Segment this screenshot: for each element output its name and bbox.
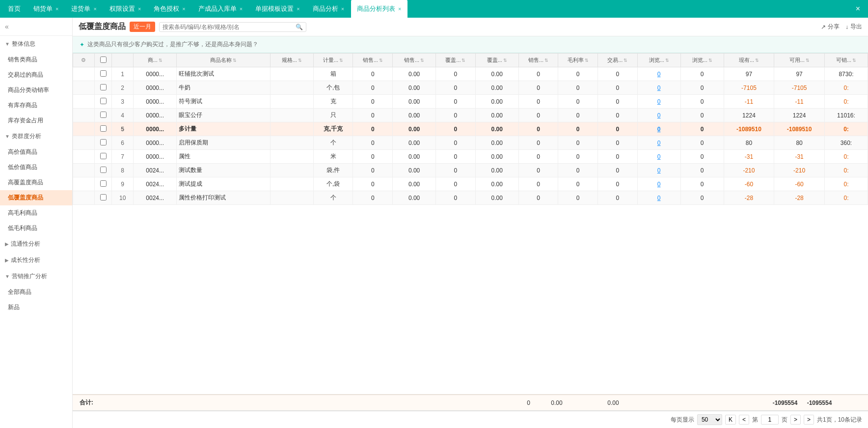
sidebar-item-low-margin[interactable]: 低毛利商品 bbox=[0, 221, 72, 236]
sidebar-item-sales-goods[interactable]: 销售类商品 bbox=[0, 52, 72, 67]
col-browse2[interactable]: 浏览...⇅ bbox=[680, 54, 724, 67]
col-cover1[interactable]: 覆盖...⇅ bbox=[436, 54, 476, 67]
date-filter-button[interactable]: 近一月 bbox=[130, 22, 155, 32]
col-current-stock[interactable]: 现有...⇅ bbox=[724, 54, 774, 67]
prev-page-button[interactable]: < bbox=[739, 415, 749, 425]
nav-home[interactable]: 首页 bbox=[2, 0, 27, 18]
next-page-button[interactable]: > bbox=[790, 415, 801, 425]
cell-cover2: 0.00 bbox=[475, 150, 518, 164]
close-icon[interactable]: × bbox=[138, 6, 141, 12]
sidebar-item-inventory-capital[interactable]: 库存资金占用 bbox=[0, 113, 72, 128]
sidebar-section-liquidity[interactable]: ▶ 流通性分析 bbox=[0, 236, 72, 252]
col-spec[interactable]: 规格...⇅ bbox=[270, 54, 313, 67]
close-icon[interactable]: × bbox=[240, 6, 243, 12]
col-browse1[interactable]: 浏览...⇅ bbox=[637, 54, 680, 67]
close-icon[interactable]: × bbox=[297, 6, 299, 12]
sidebar-item-high-coverage[interactable]: 高覆盖度商品 bbox=[0, 175, 72, 190]
share-button[interactable]: ↗ 分享 bbox=[821, 23, 840, 31]
settings-icon[interactable]: ⚙ bbox=[81, 57, 86, 63]
cell-checkbox[interactable] bbox=[94, 109, 111, 122]
col-settings[interactable]: ⚙ bbox=[73, 54, 95, 67]
page-label-before: 第 bbox=[752, 416, 758, 424]
sidebar-collapse-button[interactable]: « bbox=[3, 22, 11, 31]
cell-checkbox[interactable] bbox=[94, 122, 111, 136]
window-close-button[interactable]: × bbox=[850, 4, 866, 13]
sidebar-item-low-value[interactable]: 低价值商品 bbox=[0, 160, 72, 175]
sidebar-item-new-goods[interactable]: 新品 bbox=[0, 300, 72, 315]
sidebar-section-cluster[interactable]: ▼ 类群度分析 bbox=[0, 128, 72, 144]
sidebar-item-all-goods[interactable]: 全部商品 bbox=[0, 285, 72, 300]
sidebar-section-growth[interactable]: ▶ 成长性分析 bbox=[0, 252, 72, 268]
nav-template-settings[interactable]: 单据模板设置 × bbox=[249, 0, 305, 18]
export-button[interactable]: ↓ 导出 bbox=[845, 23, 862, 31]
col-sales-days[interactable]: 销售...⇅ bbox=[518, 54, 558, 67]
nav-purchase-order[interactable]: 进货单 × bbox=[65, 0, 102, 18]
close-icon[interactable]: × bbox=[341, 6, 344, 12]
select-all-checkbox[interactable] bbox=[100, 57, 107, 63]
col-gross-rate[interactable]: 毛利率⇅ bbox=[558, 54, 598, 67]
col-trans[interactable]: 交易...⇅ bbox=[598, 54, 638, 67]
table-row: 3 0000... 符号测试 克 0 0.00 0 0.00 0 0 0 0 0… bbox=[73, 95, 868, 109]
cell-seq: 3 bbox=[112, 95, 134, 109]
nav-role-auth[interactable]: 角色授权 × bbox=[148, 0, 191, 18]
cell-browse1[interactable]: 0 bbox=[637, 164, 680, 177]
close-icon[interactable]: × bbox=[182, 6, 185, 12]
sidebar-item-category-turnover[interactable]: 商品分类动销率 bbox=[0, 83, 72, 98]
cell-browse1[interactable]: 0 bbox=[637, 150, 680, 164]
cell-checkbox[interactable] bbox=[94, 177, 111, 191]
col-code[interactable]: 商...⇅ bbox=[134, 54, 177, 67]
col-available-stock[interactable]: 可用...⇅ bbox=[774, 54, 825, 67]
close-icon[interactable]: × bbox=[55, 6, 58, 12]
col-sales-qty[interactable]: 销售...⇅ bbox=[353, 54, 393, 67]
cell-browse1[interactable]: 0 bbox=[637, 81, 680, 95]
nav-goods-analysis-list[interactable]: 商品分析列表 × bbox=[351, 0, 407, 18]
nav-permissions[interactable]: 权限设置 × bbox=[104, 0, 147, 18]
sidebar-item-high-margin[interactable]: 高毛利商品 bbox=[0, 205, 72, 221]
cell-checkbox[interactable] bbox=[94, 150, 111, 164]
cell-name: 牛奶 bbox=[177, 81, 271, 95]
cell-browse1[interactable]: 0 bbox=[637, 109, 680, 122]
cell-checkbox[interactable] bbox=[94, 164, 111, 177]
page-size-select[interactable]: 50 100 200 bbox=[697, 414, 722, 425]
last-page-button[interactable]: > bbox=[804, 415, 814, 425]
cell-sellable: 0: bbox=[824, 177, 868, 191]
cell-browse1[interactable]: 0 bbox=[637, 136, 680, 150]
cell-browse1[interactable]: 0 bbox=[637, 67, 680, 81]
cell-checkbox[interactable] bbox=[94, 191, 111, 205]
cell-browse1[interactable]: 0 bbox=[637, 191, 680, 205]
col-sales-amt[interactable]: 销售...⇅ bbox=[393, 54, 436, 67]
close-icon[interactable]: × bbox=[398, 6, 401, 12]
cell-sales-qty: 0 bbox=[353, 81, 393, 95]
sidebar-section-overall[interactable]: ▼ 整体信息 bbox=[0, 36, 72, 52]
cell-sales-qty: 0 bbox=[353, 109, 393, 122]
page-number-input[interactable] bbox=[761, 415, 779, 425]
cell-browse1[interactable]: 0 bbox=[637, 122, 680, 136]
cell-seq: 4 bbox=[112, 109, 134, 122]
col-sellable[interactable]: 可销...⇅ bbox=[824, 54, 868, 67]
sidebar-item-low-coverage[interactable]: 低覆盖度商品 bbox=[0, 190, 72, 205]
col-cover2[interactable]: 覆盖...⇅ bbox=[475, 54, 518, 67]
cell-checkbox[interactable] bbox=[94, 95, 111, 109]
chevron-right-icon: ▶ bbox=[5, 257, 9, 263]
nav-goods-analysis[interactable]: 商品分析 × bbox=[307, 0, 350, 18]
cell-name: 符号测试 bbox=[177, 95, 271, 109]
cell-checkbox[interactable] bbox=[94, 67, 111, 81]
sidebar-item-stocked-goods[interactable]: 有库存商品 bbox=[0, 98, 72, 113]
first-page-button[interactable]: K bbox=[725, 415, 736, 425]
nav-sales-order[interactable]: 销货单 × bbox=[27, 0, 64, 18]
data-table-container[interactable]: ⚙ 商...⇅ 商品名称⇅ 规格...⇅ 计量...⇅ 销售...⇅ 销售...… bbox=[73, 53, 868, 394]
search-input[interactable] bbox=[163, 24, 296, 30]
cell-seq: 1 bbox=[112, 67, 134, 81]
cell-browse1[interactable]: 0 bbox=[637, 177, 680, 191]
sidebar-section-marketing[interactable]: ▼ 营销推广分析 bbox=[0, 268, 72, 285]
cell-browse2: 0 bbox=[680, 109, 724, 122]
cell-checkbox[interactable] bbox=[94, 81, 111, 95]
cell-browse1[interactable]: 0 bbox=[637, 95, 680, 109]
close-icon[interactable]: × bbox=[93, 6, 96, 12]
col-name[interactable]: 商品名称⇅ bbox=[177, 54, 271, 67]
cell-checkbox[interactable] bbox=[94, 136, 111, 150]
col-unit[interactable]: 计量...⇅ bbox=[313, 54, 353, 67]
sidebar-item-high-value[interactable]: 高价值商品 bbox=[0, 144, 72, 160]
nav-finished-goods[interactable]: 产成品入库单 × bbox=[192, 0, 248, 18]
sidebar-item-traded-goods[interactable]: 交易过的商品 bbox=[0, 67, 72, 83]
